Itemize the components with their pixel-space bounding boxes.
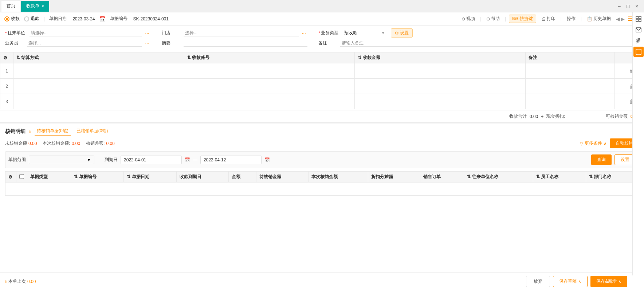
remark-label: 备注	[318, 40, 340, 46]
tab-active[interactable]: 收款单 ×	[21, 1, 49, 12]
sort-v3: ⇅	[467, 174, 471, 179]
date-to-input[interactable]	[200, 156, 262, 164]
staff-more-icon[interactable]: ···	[144, 40, 151, 46]
verify-title: 核销明细	[5, 128, 25, 135]
save-draft-button[interactable]: 保存草稿 ∧	[553, 276, 588, 287]
maximize-button[interactable]: □	[625, 3, 631, 9]
row2-settle[interactable]	[13, 79, 184, 94]
save-new-button[interactable]: 保存&新增 ∧	[590, 276, 627, 287]
svg-rect-0	[636, 16, 638, 19]
biz-type-select[interactable]: 预收款 ▼	[343, 29, 386, 37]
th-account-label: 收款账号	[192, 55, 209, 60]
close-button[interactable]: ×	[634, 3, 640, 9]
sidebar-mail-icon[interactable]	[633, 25, 644, 35]
radio-receive[interactable]: 收款	[4, 16, 20, 22]
counterparty-input-wrap	[30, 30, 142, 36]
attachment-icon	[636, 38, 641, 44]
save-draft-label: 保存草稿	[559, 278, 577, 285]
row1-amount[interactable]	[355, 63, 526, 79]
range-dropdown[interactable]: ▼	[29, 156, 94, 164]
row1-remark[interactable]	[525, 63, 614, 79]
sidebar-expand-icon[interactable]	[633, 47, 644, 57]
vth-sales-order-label: 销售订单	[423, 174, 441, 179]
verify-table-wrap: ⚙ 单据类型 ⇅ 单据编号	[5, 171, 639, 196]
tab-active-label: 收款单	[26, 3, 39, 9]
form-row-1: * 往来单位 ··· 门店 ··· *	[5, 28, 639, 38]
footer-info-icon: ℹ	[5, 279, 7, 284]
print-button[interactable]: 🖨 打印	[539, 15, 558, 23]
query-button[interactable]: 查询	[591, 154, 612, 165]
verify-info-icon[interactable]: ℹ	[29, 129, 31, 134]
row1-account[interactable]	[184, 63, 355, 79]
help-button[interactable]: ⊙ 帮助	[484, 15, 502, 23]
staff-input[interactable]	[27, 40, 142, 46]
shortcut-label: 快捷键	[520, 16, 533, 21]
tab-home[interactable]: 首页	[1, 1, 20, 12]
vth-check[interactable]	[16, 172, 27, 183]
date-from-input[interactable]	[121, 156, 182, 164]
row3-account[interactable]	[184, 94, 355, 109]
more-conditions-button[interactable]: ▽ 更多条件 ∧	[580, 140, 607, 146]
store-more-icon[interactable]: ···	[300, 30, 307, 36]
vth-due-label: 收款到期日	[180, 174, 201, 179]
remark-input[interactable]	[340, 40, 639, 47]
vth-gear[interactable]: ⚙	[5, 172, 16, 183]
row2-amount[interactable]	[355, 79, 526, 94]
current-label: 本次核销金额:	[43, 140, 70, 146]
row3-remark[interactable]	[525, 94, 614, 109]
operation-button[interactable]: 操作	[565, 15, 578, 23]
shortcut-button[interactable]: ⌨ 快捷键	[509, 15, 536, 23]
verify-section: 核销明细 ℹ 待核销单据(0笔) 已核销单据(0笔) 未核销金额 0.00 本次…	[0, 123, 644, 199]
select-all-checkbox[interactable]	[19, 174, 24, 179]
discount-input[interactable]	[568, 114, 597, 119]
th-gear[interactable]: ⚙	[0, 52, 13, 63]
table-icon	[636, 16, 641, 22]
nav-next-icon[interactable]: ▶	[621, 16, 625, 22]
chevron-up-save: ∧	[578, 279, 581, 284]
settings-button[interactable]: ⚙ 设置	[391, 28, 413, 38]
summary-field: 摘要	[162, 40, 307, 47]
verify-table: ⚙ 单据类型 ⇅ 单据编号	[5, 171, 639, 196]
sidebar-table-icon[interactable]	[633, 14, 644, 24]
equals-sign: =	[600, 114, 603, 119]
radio-refund[interactable]: 退款	[24, 16, 39, 22]
cal-icon-2[interactable]: 📅	[264, 157, 270, 162]
row3-settle[interactable]	[13, 94, 184, 109]
svg-rect-2	[636, 19, 638, 21]
footer-last-bill-value: 0.00	[27, 279, 36, 284]
biz-type-arrow: ▼	[381, 31, 385, 35]
cal-icon-1[interactable]: 📅	[185, 157, 190, 162]
abandon-button[interactable]: 放弃	[526, 276, 550, 287]
available-label: 可核销金额	[606, 113, 628, 119]
row3-amount[interactable]	[355, 94, 526, 109]
date-field: 单据日期 2023-03-24 📅	[49, 16, 105, 22]
verify-tab-done[interactable]: 已核销单据(0笔)	[74, 127, 110, 136]
vth-current-label: 本次核销金额	[311, 174, 338, 179]
summary-input[interactable]	[184, 40, 307, 47]
row2-account[interactable]	[184, 79, 355, 94]
verify-tab-pending[interactable]: 待核销单据(0笔)	[35, 127, 71, 136]
sidebar-attachment-icon[interactable]	[633, 36, 644, 46]
divider1: |	[44, 16, 45, 21]
date-value[interactable]: 2023-03-24	[72, 16, 95, 21]
minimize-button[interactable]: −	[616, 3, 622, 9]
store-input[interactable]	[184, 30, 299, 36]
counterparty-more-icon[interactable]: ···	[144, 30, 151, 36]
calendar-icon[interactable]: 📅	[99, 16, 106, 22]
row2-remark[interactable]	[525, 79, 614, 94]
counterparty-input[interactable]	[30, 30, 142, 36]
unchecked-value: 0.00	[28, 141, 37, 146]
vth-due: 收款到期日	[177, 172, 229, 183]
staff-label: 业务员	[5, 40, 27, 46]
footer: ℹ 本单上次 0.00 放弃 保存草稿 ∧ 保存&新增 ∧	[0, 273, 632, 290]
video-button[interactable]: ⊙ 视频	[459, 15, 477, 23]
expand-icon	[636, 49, 641, 55]
radio-refund-dot	[24, 16, 29, 21]
video-label: 视频	[466, 16, 475, 22]
list-view-icon[interactable]: ☰	[628, 15, 633, 22]
history-button[interactable]: 📋 历史单据	[585, 15, 613, 23]
nav-prev-icon[interactable]: ◀	[616, 16, 620, 22]
tab-close-icon[interactable]: ×	[42, 4, 44, 9]
no-value[interactable]: SK-20230324-001	[133, 16, 169, 21]
row1-settle[interactable]	[13, 63, 184, 79]
